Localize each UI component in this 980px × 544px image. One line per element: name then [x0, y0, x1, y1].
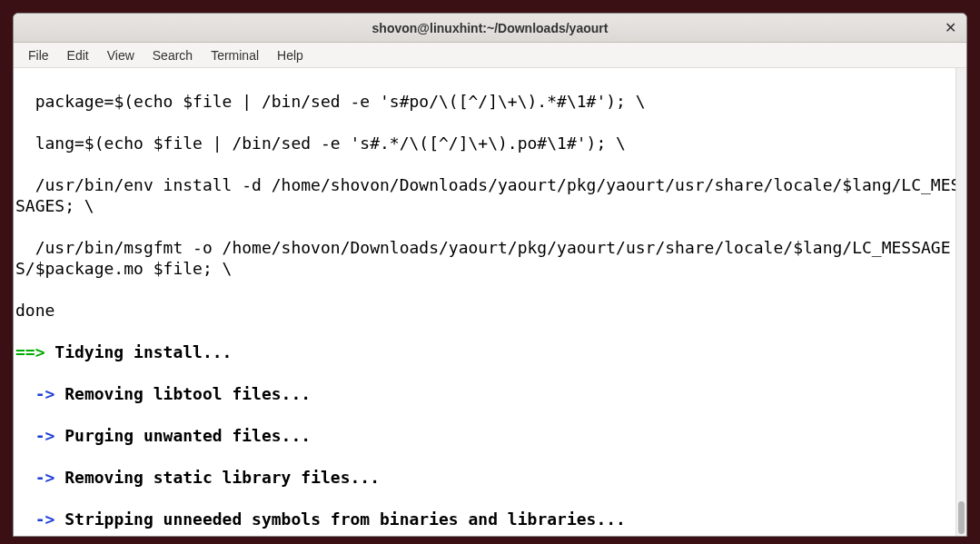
- output-line: -> Stripping unneeded symbols from binar…: [15, 509, 966, 529]
- arrow-icon: ->: [15, 384, 54, 403]
- scroll-thumb[interactable]: [958, 501, 965, 534]
- menu-terminal[interactable]: Terminal: [202, 45, 268, 66]
- menu-search[interactable]: Search: [144, 45, 202, 66]
- output-line: package=$(echo $file | /bin/sed -e 's#po…: [15, 91, 966, 112]
- output-line: /usr/bin/msgfmt -o /home/shovon/Download…: [15, 237, 966, 279]
- scrollbar[interactable]: [955, 68, 966, 536]
- close-icon[interactable]: ✕: [941, 19, 959, 37]
- output-line: -> Purging unwanted files...: [15, 425, 966, 446]
- output-line: -> Removing static library files...: [15, 467, 966, 488]
- menu-file[interactable]: File: [19, 45, 58, 66]
- output-line: lang=$(echo $file | /bin/sed -e 's#.*/\(…: [15, 133, 966, 153]
- output-line: done: [15, 300, 966, 321]
- output-line: -> Removing libtool files...: [15, 383, 966, 404]
- arrow-icon: ->: [15, 509, 54, 529]
- output-line: /usr/bin/env install -d /home/shovon/Dow…: [15, 174, 966, 216]
- titlebar: shovon@linuxhint:~/Downloads/yaourt ✕: [14, 14, 966, 43]
- menu-edit[interactable]: Edit: [58, 45, 98, 66]
- menu-help[interactable]: Help: [268, 45, 312, 66]
- terminal-window: shovon@linuxhint:~/Downloads/yaourt ✕ Fi…: [13, 13, 967, 537]
- output-line: ==> Tidying install...: [15, 341, 966, 362]
- arrow-icon: ->: [15, 468, 54, 487]
- menubar: File Edit View Search Terminal Help: [14, 43, 966, 68]
- window-title: shovon@linuxhint:~/Downloads/yaourt: [372, 21, 609, 35]
- arrow-icon: ->: [15, 426, 54, 445]
- arrow-icon: ==>: [15, 342, 45, 361]
- terminal-output[interactable]: package=$(echo $file | /bin/sed -e 's#po…: [14, 68, 966, 536]
- menu-view[interactable]: View: [98, 45, 144, 66]
